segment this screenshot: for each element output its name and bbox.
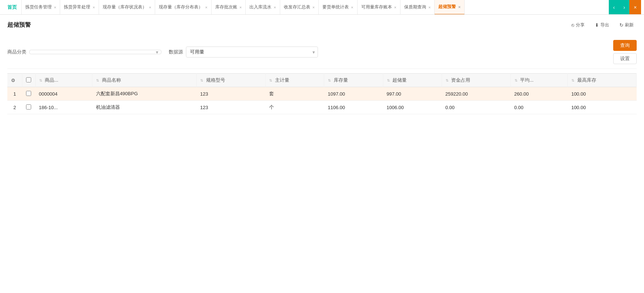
datasource-select-wrapper: 可用量 ▾ xyxy=(186,47,318,58)
row-check-2[interactable] xyxy=(26,104,31,110)
row-unit-2: 个 xyxy=(266,101,324,114)
th-checkbox[interactable] xyxy=(22,74,35,87)
page-title: 超储预警 xyxy=(7,21,31,29)
refresh-icon: ↻ xyxy=(619,22,623,28)
close-tab-8[interactable]: × xyxy=(351,5,353,10)
tab-6[interactable]: 出入库流水 × xyxy=(246,0,280,15)
category-filter-group: 商品分类 ▾ xyxy=(7,49,161,55)
header-actions: ⎋ 分享 ⬇ 导出 ↻ 刷新 xyxy=(568,21,637,30)
th-name[interactable]: ⇅ 商品名称 xyxy=(92,74,197,87)
close-tab-2[interactable]: × xyxy=(92,5,95,10)
table-header-row: ⚙ ⇅ 商品... ⇅ 商品名称 ⇅ 规格型号 ⇅ 主计 xyxy=(7,74,637,87)
th-capital[interactable]: ⇅ 资金占用 xyxy=(442,74,511,87)
sort-code-icon: ⇅ xyxy=(39,78,42,82)
table-row: 1 0000004 六配套新昌490BPG 123 套 1097.00 997.… xyxy=(7,87,637,101)
row-maxstock-2: 100.00 xyxy=(568,101,637,114)
tab-8[interactable]: 要货单统计表 × xyxy=(319,0,357,15)
category-select[interactable] xyxy=(29,50,161,54)
export-icon: ⬇ xyxy=(595,22,599,28)
row-code-2: 186-10... xyxy=(35,101,92,114)
row-unit-1: 套 xyxy=(266,87,324,101)
close-tab-10[interactable]: × xyxy=(428,5,431,10)
th-maxstock[interactable]: ⇅ 最高库存 xyxy=(568,74,637,87)
sort-stock-icon: ⇅ xyxy=(328,78,331,82)
row-checkbox-2[interactable] xyxy=(22,101,35,114)
row-over-2: 1006.00 xyxy=(383,101,442,114)
sort-unit-icon: ⇅ xyxy=(269,78,272,82)
category-select-wrapper: ▾ xyxy=(29,50,161,54)
tab-11[interactable]: 超储预警 × xyxy=(435,0,464,15)
sort-over-icon: ⇅ xyxy=(387,78,390,82)
th-over[interactable]: ⇅ 超储量 xyxy=(383,74,442,87)
row-stock-1: 1097.00 xyxy=(324,87,383,101)
query-button[interactable]: 查询 xyxy=(613,40,637,51)
close-tab-5[interactable]: × xyxy=(239,5,242,10)
row-stock-2: 1106.00 xyxy=(324,101,383,114)
share-button[interactable]: ⎋ 分享 xyxy=(568,21,588,30)
share-icon: ⎋ xyxy=(571,22,574,28)
th-avg[interactable]: ⇅ 平均... xyxy=(511,74,568,87)
sort-avg-icon: ⇅ xyxy=(515,78,517,82)
refresh-button[interactable]: ↻ 刷新 xyxy=(616,21,637,30)
row-num-1: 1 xyxy=(7,87,22,101)
row-maxstock-1: 100.00 xyxy=(568,87,637,101)
row-checkbox-1[interactable] xyxy=(22,87,35,101)
page-header: 超储预警 ⎋ 分享 ⬇ 导出 ↻ 刷新 xyxy=(7,21,637,30)
tab-4[interactable]: 现存量（库存分布表） × xyxy=(155,0,211,15)
close-tab-4[interactable]: × xyxy=(205,5,207,10)
sort-name-icon: ⇅ xyxy=(96,78,99,82)
nav-next-btn[interactable]: › xyxy=(619,0,629,15)
settings-button[interactable]: 设置 xyxy=(613,53,637,64)
row-capital-2: 0.00 xyxy=(442,101,511,114)
row-name-2: 机油滤清器 xyxy=(92,101,197,114)
filter-action-buttons: 查询 设置 xyxy=(613,40,637,64)
sort-maxstock-icon: ⇅ xyxy=(571,78,574,82)
row-spec-1: 123 xyxy=(197,87,266,101)
row-num-2: 2 xyxy=(7,101,22,114)
th-code[interactable]: ⇅ 商品... xyxy=(35,74,92,87)
top-nav: 首页 拣货任务管理 × 拣货异常处理 × 现存量（库存状况表） × 现存量（库存… xyxy=(0,0,644,15)
row-code-1: 0000004 xyxy=(35,87,92,101)
close-tab-6[interactable]: × xyxy=(274,5,276,10)
tab-7[interactable]: 收发存汇总表 × xyxy=(280,0,319,15)
close-tab-9[interactable]: × xyxy=(394,5,396,10)
sort-spec-icon: ⇅ xyxy=(200,78,203,82)
close-tab-3[interactable]: × xyxy=(149,5,151,10)
table-row: 2 186-10... 机油滤清器 123 个 1106.00 1006.00 … xyxy=(7,101,637,114)
th-unit[interactable]: ⇅ 主计量 xyxy=(266,74,324,87)
tab-3[interactable]: 现存量（库存状况表） × xyxy=(99,0,155,15)
datasource-label: 数据源 xyxy=(169,49,183,55)
close-tab-11[interactable]: × xyxy=(458,5,460,9)
tab-2[interactable]: 拣货异常处理 × xyxy=(60,0,99,15)
page-content: 超储预警 ⎋ 分享 ⬇ 导出 ↻ 刷新 商品分类 ▾ xyxy=(0,15,644,293)
row-avg-1: 260.00 xyxy=(511,87,568,101)
data-table: ⚙ ⇅ 商品... ⇅ 商品名称 ⇅ 规格型号 ⇅ 主计 xyxy=(7,73,637,114)
export-button[interactable]: ⬇ 导出 xyxy=(592,21,612,30)
close-tab-7[interactable]: × xyxy=(312,5,315,10)
row-avg-2: 0.00 xyxy=(511,101,568,114)
filter-row: 商品分类 ▾ 数据源 可用量 ▾ 查询 设置 xyxy=(7,36,637,69)
tab-9[interactable]: 可用量库存账本 × xyxy=(358,0,400,15)
tab-5[interactable]: 库存批次账 × xyxy=(212,0,246,15)
datasource-select[interactable]: 可用量 xyxy=(186,47,318,58)
nav-prev-btn[interactable]: ‹ xyxy=(609,0,619,15)
close-tab-1[interactable]: × xyxy=(54,5,56,10)
tab-1[interactable]: 拣货任务管理 × xyxy=(22,0,60,15)
nav-arrows: ‹ › × xyxy=(609,0,641,15)
th-gear[interactable]: ⚙ xyxy=(7,74,22,87)
th-spec[interactable]: ⇅ 规格型号 xyxy=(197,74,266,87)
row-check-1[interactable] xyxy=(26,91,31,96)
category-label: 商品分类 xyxy=(7,49,26,55)
row-spec-2: 123 xyxy=(197,101,266,114)
datasource-value: 可用量 xyxy=(190,49,204,55)
row-over-1: 997.00 xyxy=(383,87,442,101)
nav-close-all-btn[interactable]: × xyxy=(629,0,641,15)
row-name-1: 六配套新昌490BPG xyxy=(92,87,197,101)
th-stock[interactable]: ⇅ 库存量 xyxy=(324,74,383,87)
tab-10[interactable]: 保质期查询 × xyxy=(400,0,435,15)
select-all-checkbox[interactable] xyxy=(26,77,31,82)
datasource-filter-group: 数据源 可用量 ▾ xyxy=(169,47,318,58)
row-capital-1: 259220.00 xyxy=(442,87,511,101)
nav-home[interactable]: 首页 xyxy=(3,0,22,15)
sort-capital-icon: ⇅ xyxy=(446,78,449,82)
